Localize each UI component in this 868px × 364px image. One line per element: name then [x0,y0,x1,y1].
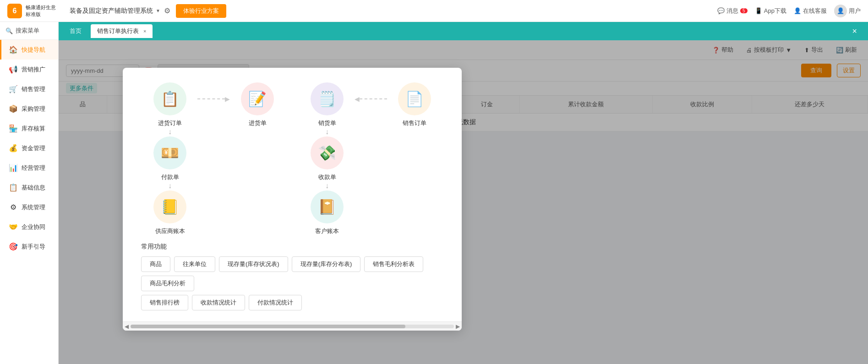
arrow-down-1: ↓ [168,128,172,136]
dashed-arrow-right-2: ◀ [355,95,387,103]
scroll-left-arrow[interactable]: ◀ [125,323,129,330]
flow-item-purchase-order[interactable]: 📋 进货订单 [153,82,186,127]
func-btn-receipt-stats[interactable]: 收款情况统计 [192,295,245,310]
payment-circle: 💴 [153,136,186,169]
common-title: 常用功能 [141,243,443,251]
scroll-bar-hint: ◀ ▶ [123,321,462,331]
scroll-thumb [131,325,405,328]
message-button[interactable]: 💬 消息 5 [717,7,748,15]
logo-area: 6 畅康通好生意 标准版 [7,4,66,18]
func-btn-counterpart[interactable]: 往来单位 [174,256,215,272]
modal-overlay[interactable]: 📋 进货订单 ↓ 💴 付款单 ↓ [59,40,868,364]
content-main: ❓ 帮助 🖨 按模板打印 ▼ ⬆ 导出 🔄 刷新 [59,40,868,364]
tab-home[interactable]: 首页 [62,23,89,39]
sidebar-item-newbie[interactable]: 🎯 新手引导 [0,237,58,256]
func-btn-stock-dist[interactable]: 现存量(库存分布表) [292,256,361,272]
flow-col-left: 📋 进货订单 ↓ 💴 付款单 ↓ [142,82,197,235]
inventory-icon: 🏪 [9,124,18,133]
func-btn-payment-stats[interactable]: 付款情况统计 [249,295,302,310]
modal-content: 📋 进货订单 ↓ 💴 付款单 ↓ [123,68,462,321]
logo-text: 畅康通好生意 标准版 [26,4,56,17]
sidebar-item-enterprise[interactable]: 🤝 企业协同 [0,217,58,237]
system-title: 装备及固定资产辅助管理系统 [70,7,153,15]
common-functions-section: 常用功能 商品 往来单位 现存量(库存状况表) 现存量(库存分布表) 销售毛利分… [141,243,443,310]
sidebar-item-finance[interactable]: 💰 资金管理 [0,138,58,158]
flow-col-4: 📄 销售订单 [387,82,442,127]
sidebar-item-purchase[interactable]: 📦 采购管理 [0,99,58,119]
flow-item-sales-order[interactable]: 📄 销售订单 [398,82,431,127]
flow-item-sales-bill[interactable]: 🗒️ 销货单 [311,82,344,127]
func-btn-sales-rank[interactable]: 销售排行榜 [141,295,188,310]
try-industry-button[interactable]: 体验行业方案 [176,4,226,18]
func-buttons-row-1: 商品 往来单位 现存量(库存状况表) 现存量(库存分布表) 销售毛利分析表 商品… [141,256,443,291]
sidebar-item-system[interactable]: ⚙ 系统管理 [0,197,58,217]
flow-item-receipt[interactable]: 💸 收款单 [311,136,344,181]
content-area: 首页 销售订单执行表 × × ❓ 帮助 🖨 [59,22,868,364]
flow-item-customer-account[interactable]: 📔 客户账本 [311,190,344,235]
purchase-icon: 📦 [9,104,18,113]
sales-bill-label: 销货单 [318,119,336,127]
search-menu-button[interactable]: 🔍 搜索菜单 [0,22,58,40]
message-badge: 5 [740,8,748,13]
system-title-area: 装备及固定资产辅助管理系统 ▼ [70,7,160,15]
tab-bar: 首页 销售订单执行表 × × [59,22,868,40]
sidebar-item-inventory[interactable]: 🏪 库存核算 [0,119,58,138]
message-icon: 💬 [717,7,725,14]
sidebar-item-sales[interactable]: 🛒 销售管理 [0,79,58,99]
purchase-order-circle: 📋 [153,82,186,115]
sales-order-label: 销售订单 [403,119,426,127]
marketing-icon: 📢 [9,65,18,74]
sidebar: 🔍 搜索菜单 🏠 快捷导航 📢 营销推广 🛒 销售管理 📦 采购管理 🏪 [0,22,59,364]
func-btn-product-gross[interactable]: 商品毛利分析 [141,276,194,291]
arrow-area-2: ◀ [355,95,387,103]
system-dropdown-icon[interactable]: ▼ [156,8,160,13]
flow-col-2: 📝 进货单 [230,82,285,127]
newbie-icon: 🎯 [9,242,18,251]
arrow-area-1: ▶ [197,95,230,103]
service-icon: 👤 [794,7,801,14]
tab-sales-order[interactable]: 销售订单执行表 × [91,24,153,38]
flow-col-3: 🗒️ 销货单 ↓ 💸 收款单 ↓ [300,82,355,235]
scroll-track[interactable] [131,325,454,328]
func-buttons-row-2: 销售排行榜 收款情况统计 付款情况统计 [141,295,443,310]
basic-icon: 📋 [9,183,18,192]
flow-item-payment[interactable]: 💴 付款单 [153,136,186,181]
sidebar-item-marketing[interactable]: 📢 营销推广 [0,60,58,79]
func-btn-stock-status[interactable]: 现存量(库存状况表) [219,256,288,272]
flow-item-supplier-account[interactable]: 📒 供应商账本 [153,190,186,235]
flow-diagram: 📋 进货订单 ↓ 💴 付款单 ↓ [141,82,443,235]
mobile-icon: 📱 [755,7,762,14]
enterprise-icon: 🤝 [9,223,18,231]
gear-icon[interactable]: ⚙ [164,6,170,15]
purchase-order-label: 进货订单 [158,119,182,127]
arrow-down-3: ↓ [325,128,329,136]
supplier-account-label: 供应商账本 [155,227,185,235]
func-btn-product[interactable]: 商品 [141,256,170,272]
supplier-account-circle: 📒 [153,190,186,223]
scroll-right-arrow[interactable]: ▶ [456,323,460,330]
arrow-down-2: ↓ [168,182,172,190]
search-icon: 🔍 [5,27,13,34]
receipt-label: 收款单 [318,173,336,181]
purchase-bill-circle: 📝 [241,82,274,115]
customer-account-circle: 📔 [311,190,344,223]
logo-icon: 6 [7,4,22,18]
receipt-circle: 💸 [311,136,344,169]
online-service-button[interactable]: 👤 在线客服 [794,7,827,15]
app-download-button[interactable]: 📱 App下载 [755,7,786,15]
sales-icon: 🛒 [9,85,18,93]
tab-close-icon[interactable]: × [143,28,146,34]
flow-item-purchase-bill[interactable]: 📝 进货单 [241,82,274,127]
user-area[interactable]: 👤 用户 [834,5,861,17]
sidebar-item-quick-nav[interactable]: 🏠 快捷导航 [0,40,58,60]
dashed-arrow-right-1: ▶ [197,95,230,103]
system-icon: ⚙ [9,203,18,212]
customer-account-label: 客户账本 [315,227,339,235]
sidebar-item-basic[interactable]: 📋 基础信息 [0,178,58,197]
close-all-tabs-button[interactable]: × [845,27,864,36]
payment-label: 付款单 [161,173,179,181]
sales-order-circle: 📄 [398,82,431,115]
sidebar-item-operations[interactable]: 📊 经营管理 [0,158,58,178]
func-btn-sales-gross[interactable]: 销售毛利分析表 [364,256,423,272]
header-right: 💬 消息 5 📱 App下载 👤 在线客服 👤 用户 [717,5,861,17]
